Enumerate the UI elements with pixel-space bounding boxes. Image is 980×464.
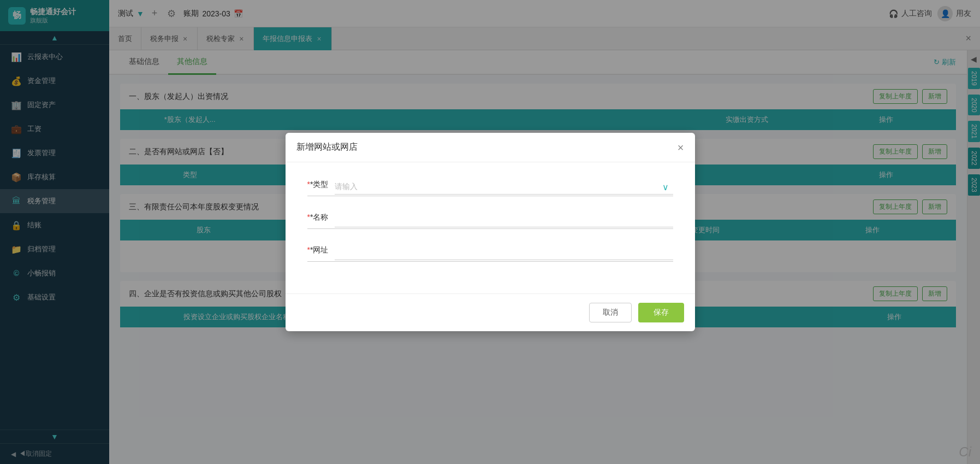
form-field-type: **类型 ∨: [307, 179, 673, 196]
modal-header: 新增网站或网店 ×: [286, 133, 695, 162]
save-button[interactable]: 保存: [638, 303, 684, 322]
type-input[interactable]: [335, 179, 673, 195]
cancel-button[interactable]: 取消: [589, 303, 632, 322]
form-field-name: **名称: [307, 212, 673, 229]
modal-footer: 取消 保存: [286, 293, 695, 331]
url-input[interactable]: [335, 244, 673, 260]
modal-body: **类型 ∨ **名称: [286, 162, 695, 293]
url-label: **网址: [307, 245, 329, 255]
modal-title: 新增网站或网店: [296, 142, 358, 153]
type-label: **类型: [307, 180, 329, 190]
name-label: **名称: [307, 213, 329, 222]
name-input[interactable]: [335, 212, 673, 227]
form-field-url: **网址: [307, 244, 673, 262]
type-dropdown-arrow: ∨: [662, 181, 669, 192]
modal-overlay: 新增网站或网店 × **类型 ∨: [0, 0, 980, 464]
modal-close-button[interactable]: ×: [678, 142, 684, 153]
add-website-modal: 新增网站或网店 × **类型 ∨: [286, 133, 695, 331]
